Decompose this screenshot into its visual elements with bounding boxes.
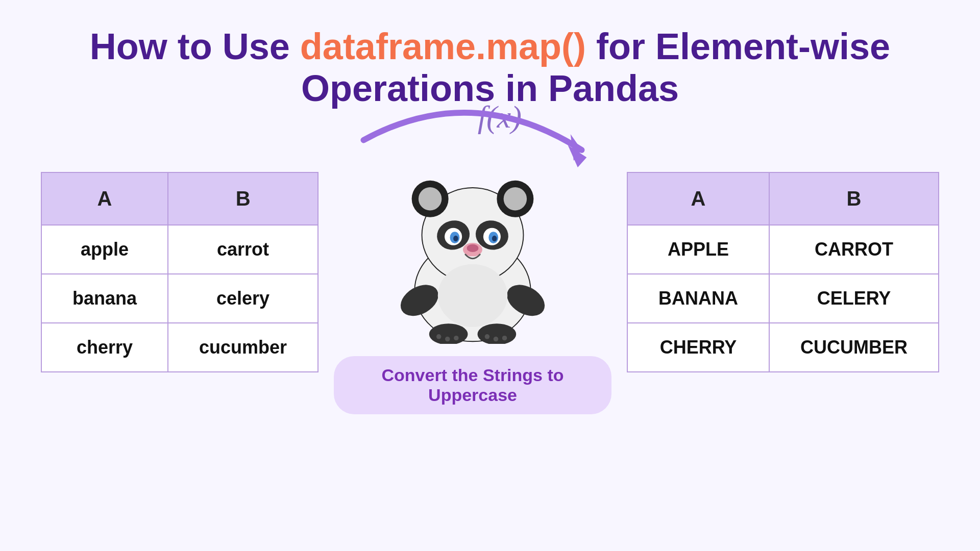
output-table-row: APPLE CARROT [627,225,939,274]
title-line1: How to Use dataframe.map() for Element-w… [90,26,890,67]
svg-point-27 [485,334,489,339]
input-table-wrapper: A B apple carrot banana celery cherry cu… [41,172,318,372]
svg-point-18 [467,244,479,252]
input-cell-b-1: celery [168,274,318,323]
arrow-svg: f(x) [334,99,611,201]
input-cell-a-0: apple [41,225,168,274]
input-table-row: cherry cucumber [41,323,318,372]
output-cell-b-1: CELERY [769,274,939,323]
main-content: A B apple carrot banana celery cherry cu… [0,130,980,414]
svg-point-29 [502,336,507,340]
input-table-row: apple carrot [41,225,318,274]
output-col-b-header: B [769,172,939,225]
caption-box: Convert the Strings to Uppercase [334,356,611,414]
input-cell-b-2: cucumber [168,323,318,372]
input-col-b-header: B [168,172,318,225]
input-col-a-header: A [41,172,168,225]
input-cell-a-2: cherry [41,323,168,372]
middle-section: f(x) [334,130,611,414]
svg-point-16 [492,236,497,241]
svg-point-25 [445,337,450,341]
output-table: A B APPLE CARROT BANANA CELERY CHERRY CU… [627,172,939,372]
output-cell-a-2: CHERRY [627,323,769,372]
output-cell-b-0: CARROT [769,225,939,274]
output-cell-a-0: APPLE [627,225,769,274]
caption-text: Convert the Strings to Uppercase [382,365,564,405]
svg-point-24 [436,334,441,339]
input-cell-b-0: carrot [168,225,318,274]
svg-point-26 [454,336,458,340]
svg-point-15 [453,236,458,241]
output-table-row: CHERRY CUCUMBER [627,323,939,372]
input-table-row: banana celery [41,274,318,323]
output-table-wrapper: A B APPLE CARROT BANANA CELERY CHERRY CU… [627,172,939,372]
title-prefix: How to Use [90,26,300,67]
output-table-row: BANANA CELERY [627,274,939,323]
title-section: How to Use dataframe.map() for Element-w… [90,26,890,109]
svg-point-21 [438,264,507,327]
output-col-a-header: A [627,172,769,225]
title-suffix: for Element-wise [586,26,890,67]
arrow-area: f(x) [334,99,611,201]
input-cell-a-1: banana [41,274,168,323]
input-table: A B apple carrot banana celery cherry cu… [41,172,318,372]
output-cell-b-2: CUCUMBER [769,323,939,372]
output-cell-a-1: BANANA [627,274,769,323]
svg-point-28 [494,337,498,341]
title-highlight: dataframe.map() [300,26,586,67]
